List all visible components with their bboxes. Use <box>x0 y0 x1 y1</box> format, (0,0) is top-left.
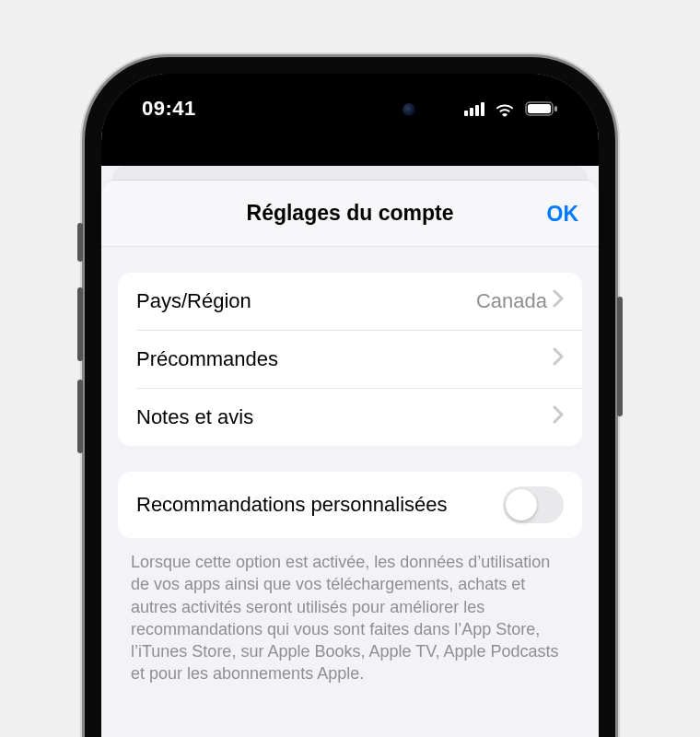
status-bar: 09:41 <box>101 74 599 133</box>
svg-rect-1 <box>528 104 551 113</box>
personalized-recommendations-label: Recommandations personnalisées <box>136 492 503 518</box>
country-region-value: Canada <box>476 289 547 313</box>
footer-description: Lorsque cette option est activée, les do… <box>131 551 569 685</box>
screen: 09:41 Réglages du compte OK <box>101 74 599 737</box>
power-button <box>617 297 623 416</box>
preorders-label: Précommandes <box>136 347 553 371</box>
personalized-recommendations-row: Recommandations personnalisées <box>118 472 582 538</box>
done-button[interactable]: OK <box>547 201 579 226</box>
country-region-row[interactable]: Pays/Région Canada <box>118 273 582 330</box>
cellular-icon <box>464 101 484 116</box>
settings-group-1: Pays/Région Canada Précommandes Notes et… <box>118 273 582 446</box>
settings-group-2: Recommandations personnalisées <box>118 472 582 538</box>
wifi-icon <box>494 100 516 117</box>
battery-icon <box>525 100 558 117</box>
page-title: Réglages du compte <box>247 201 454 226</box>
sheet-header: Réglages du compte OK <box>101 181 599 247</box>
ratings-reviews-row[interactable]: Notes et avis <box>118 389 582 446</box>
phone-frame: 09:41 Réglages du compte OK <box>85 57 615 737</box>
volume-down-button <box>77 380 83 453</box>
volume-up-button <box>77 287 83 361</box>
status-icons <box>464 100 558 117</box>
front-camera-icon <box>402 103 415 116</box>
ratings-reviews-label: Notes et avis <box>136 405 553 429</box>
account-settings-sheet: Réglages du compte OK Pays/Région Canada… <box>101 181 599 737</box>
chevron-right-icon <box>553 405 564 429</box>
toggle-knob <box>506 489 537 521</box>
preorders-row[interactable]: Précommandes <box>118 331 582 388</box>
chevron-right-icon <box>553 347 564 371</box>
dynamic-island <box>272 90 428 129</box>
side-button <box>77 223 83 262</box>
status-time: 09:41 <box>142 97 196 121</box>
chevron-right-icon <box>553 289 564 313</box>
personalized-recommendations-toggle[interactable] <box>503 486 564 523</box>
svg-rect-2 <box>554 106 557 111</box>
country-region-label: Pays/Région <box>136 289 476 313</box>
